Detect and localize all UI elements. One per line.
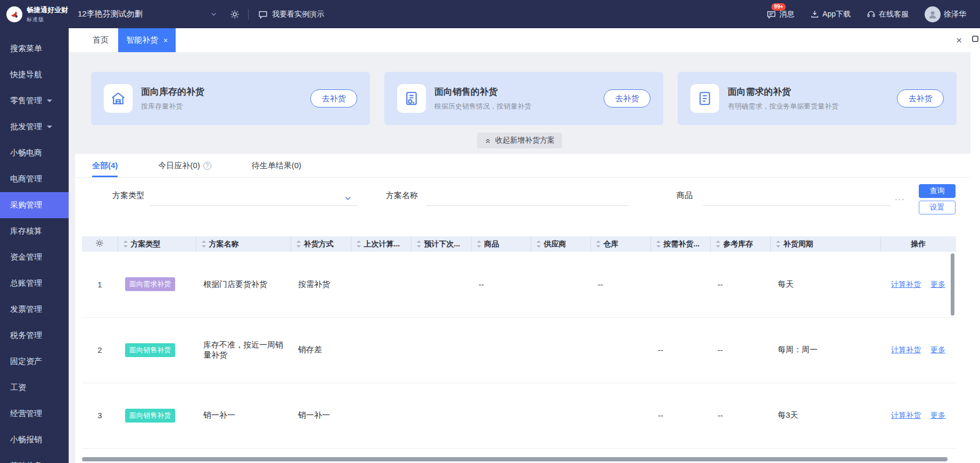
plans-panel: 全部(4) 今日应补(0) ? 待生单结果(0) 方案类型 方案名称 商品 ..… [75, 154, 970, 463]
sidebar-item-label: 固定资产 [10, 357, 42, 367]
sidebar-item-business-mgmt[interactable]: 经营管理 [0, 401, 69, 427]
topbar-gear-icon[interactable] [230, 10, 240, 19]
col-header-plan-type[interactable]: 方案类型 [118, 236, 196, 252]
sort-icon [123, 241, 128, 247]
settings-button[interactable]: 设置 [919, 201, 956, 214]
plan-name-input[interactable] [426, 186, 629, 206]
plan-type-badge: 面向需求补货 [125, 277, 175, 291]
card-title: 面向销售的补货 [434, 86, 531, 98]
tab-pending-results[interactable]: 待生单结果(0) [252, 154, 301, 177]
online-service-label: 在线客服 [879, 10, 909, 19]
go-replenish-stock-button[interactable]: 去补货 [310, 89, 357, 108]
brand: 畅捷通好业财 标准版 [0, 5, 70, 23]
demo-link[interactable]: 我要看实例演示 [258, 10, 324, 19]
side-panel-toggle-icon[interactable] [972, 36, 978, 42]
col-header-cycle[interactable]: 补货周期 [770, 236, 880, 252]
collapse-plans-button[interactable]: 收起新增补货方案 [477, 133, 562, 148]
sidebar-item-wholesale[interactable]: 批发管理 [0, 114, 69, 140]
sidebar-item-purchasing[interactable]: 采购管理 [0, 192, 69, 218]
app-download-button[interactable]: App下载 [810, 10, 851, 19]
sidebar-item-label: 采购管理 [10, 200, 42, 210]
sidebar-item-retail[interactable]: 零售管理 [0, 88, 69, 114]
tab-today-due[interactable]: 今日应补(0) ? [158, 154, 211, 177]
more-link[interactable]: 更多 [930, 345, 945, 354]
sidebar-item-funds[interactable]: 资金管理 [0, 244, 69, 270]
more-link[interactable]: 更多 [930, 411, 945, 419]
more-link[interactable]: 更多 [930, 280, 945, 288]
col-header-next-calc[interactable]: 预计下次... [411, 236, 471, 252]
online-service-button[interactable]: 在线客服 [867, 10, 909, 19]
col-header-method[interactable]: 补货方式 [291, 236, 351, 252]
close-page-icon[interactable]: × [956, 35, 962, 46]
col-header-warehouse[interactable]: 仓库 [590, 236, 650, 252]
sidebar-item-label: 搜索菜单 [10, 44, 42, 54]
org-selector[interactable]: 12李艳芬测试勿删 [78, 9, 217, 19]
avatar [925, 6, 941, 22]
col-header-last-calc[interactable]: 上次计算... [351, 236, 411, 252]
sidebar-item-expense[interactable]: 小畅报销 [0, 427, 69, 453]
cell-row-number: 1 [82, 252, 118, 317]
sidebar-item-search-menu[interactable]: 搜索菜单 [0, 36, 69, 62]
tab-all-plans[interactable]: 全部(4) [92, 154, 118, 177]
app-window: 畅捷通好业财 标准版 12李艳芬测试勿删 我要看实例演示 99+ 消息 App [0, 0, 980, 463]
collapse-label: 收起新增补货方案 [495, 136, 555, 145]
sidebar-item-label: 小畅电商 [10, 148, 42, 158]
warehouse-icon [104, 84, 133, 113]
plan-type-select[interactable] [150, 186, 357, 206]
sidebar-item-general-ledger[interactable]: 总账管理 [0, 270, 69, 296]
calc-replenish-link[interactable]: 计算补货 [891, 345, 921, 354]
col-header-supplier[interactable]: 供应商 [531, 236, 590, 252]
topbar-divider [248, 9, 249, 20]
sidebar-item-basic-info[interactable]: 基础信息 [0, 453, 69, 463]
sidebar-item-label: 快捷导航 [10, 70, 42, 80]
sidebar-item-label: 资金管理 [10, 252, 42, 262]
col-header-ref-stock[interactable]: 参考库存 [710, 236, 770, 252]
horizontal-scrollbar[interactable] [82, 457, 948, 461]
cell-plan-name: 销一补一 [196, 383, 291, 448]
sidebar-item-fixed-assets[interactable]: 固定资产 [0, 349, 69, 375]
col-header-demand[interactable]: 按需补货... [650, 236, 710, 252]
vertical-scrollbar[interactable] [951, 253, 954, 316]
card-desc: 按库存量补货 [141, 102, 204, 111]
column-settings-gear-icon[interactable] [82, 236, 118, 252]
go-replenish-demand-button[interactable]: 去补货 [897, 89, 944, 108]
cell-supplier [531, 383, 590, 448]
cell-plan-name: 库存不准，按近一周销量补货 [196, 317, 291, 383]
tab-close-icon[interactable]: × [163, 36, 168, 45]
query-button[interactable]: 查询 [919, 184, 956, 198]
tab-smart-replenishment[interactable]: 智能补货 × [118, 28, 176, 52]
cell-cycle: 每3天 [770, 383, 880, 448]
cell-row-number: 2 [82, 317, 118, 383]
calc-replenish-link[interactable]: 计算补货 [891, 411, 921, 419]
sidebar-item-invoices[interactable]: 发票管理 [0, 296, 69, 323]
card-demand-replenish: 面向需求的补货 有明确需求，按业务单据要货量补货 去补货 [678, 72, 957, 125]
tab-home[interactable]: 首页 [86, 28, 115, 52]
sort-icon [202, 241, 207, 247]
sidebar-item-payroll[interactable]: 工资 [0, 375, 69, 401]
cell-method: 销存差 [291, 317, 351, 383]
main-content: 面向库存的补货 按库存量补货 去补货 面向销售的补货 根据历史销售情况，按销量补… [69, 52, 970, 463]
card-title: 面向库存的补货 [141, 86, 204, 98]
product-picker-button[interactable]: ... [895, 193, 905, 202]
col-header-plan-name[interactable]: 方案名称 [196, 236, 291, 252]
cell-next-calc [411, 383, 471, 448]
go-replenish-sales-button[interactable]: 去补货 [604, 89, 650, 108]
user-menu[interactable]: 徐泽华 [925, 6, 966, 22]
sidebar-item-tax[interactable]: 税务管理 [0, 323, 69, 349]
card-text: 面向需求的补货 有明确需求，按业务单据要货量补货 [728, 86, 838, 111]
calc-replenish-link[interactable]: 计算补货 [891, 280, 921, 288]
cell-product: -- [471, 252, 531, 317]
table-row: 1 面向需求补货 根据门店要货补货 按需补货 -- -- -- 每天 计算 [82, 252, 956, 317]
sidebar-item-xiaochang-ecom[interactable]: 小畅电商 [0, 140, 69, 166]
col-header-product[interactable]: 商品 [471, 236, 531, 252]
messages-button[interactable]: 99+ 消息 [767, 10, 794, 19]
cell-product [471, 317, 531, 383]
sidebar-item-inventory-accounting[interactable]: 库存核算 [0, 218, 69, 244]
card-sales-replenish: 面向销售的补货 根据历史销售情况，按销量补货 去补货 [384, 72, 663, 125]
cell-warehouse: -- [590, 252, 650, 317]
sidebar-item-label: 税务管理 [10, 330, 42, 341]
sidebar-item-quick-nav[interactable]: 快捷导航 [0, 62, 69, 88]
product-input[interactable] [703, 186, 891, 206]
sidebar-item-ecommerce[interactable]: 电商管理 [0, 166, 69, 192]
help-icon[interactable]: ? [203, 162, 211, 170]
